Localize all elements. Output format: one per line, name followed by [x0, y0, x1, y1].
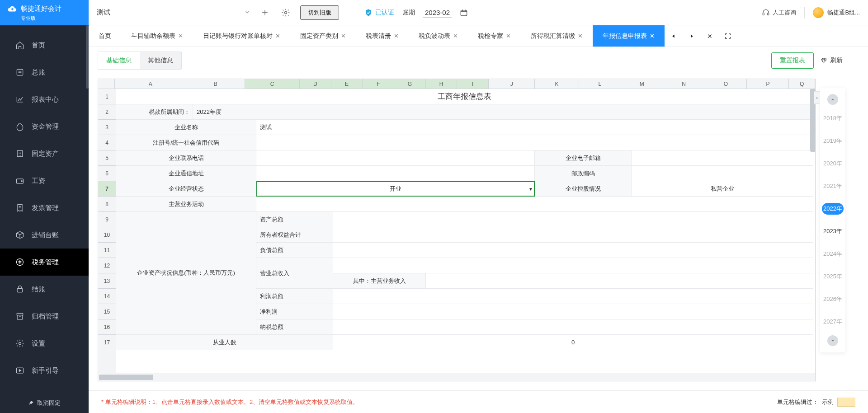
tabs-close-all[interactable]: [701, 33, 719, 39]
user-menu[interactable]: 畅捷通B组...: [813, 7, 860, 18]
cell[interactable]: [426, 273, 813, 289]
row-header[interactable]: 3: [98, 120, 116, 135]
tab-bank-recon[interactable]: 日记账与银行对账单核对✕: [193, 25, 290, 47]
row-header[interactable]: 11: [98, 243, 116, 258]
settings-button[interactable]: [279, 6, 292, 19]
sidebar-item-guide[interactable]: 新手引导: [0, 357, 89, 384]
add-button[interactable]: [259, 6, 271, 19]
col-header[interactable]: F: [363, 79, 394, 89]
col-header[interactable]: M: [621, 79, 663, 89]
row-header[interactable]: 16: [98, 319, 116, 335]
sidebar-item-funds[interactable]: 资金管理: [0, 113, 89, 140]
col-header[interactable]: B: [186, 79, 245, 89]
cell-status-value[interactable]: 开业: [256, 181, 535, 197]
year-rail-collapse[interactable]: ‹‹: [814, 91, 820, 104]
period-value[interactable]: 2023-02: [423, 8, 452, 18]
tab-annual-report[interactable]: 年报信息申报表✕: [593, 25, 665, 47]
col-header[interactable]: I: [457, 79, 489, 89]
year-item[interactable]: 2019年: [820, 130, 845, 152]
row-header[interactable]: 1: [98, 89, 116, 104]
select-all-corner[interactable]: [98, 79, 115, 89]
col-header[interactable]: E: [331, 79, 363, 89]
year-item-active[interactable]: 2022年: [820, 198, 845, 220]
col-header[interactable]: L: [579, 79, 621, 89]
row-header[interactable]: 4: [98, 135, 116, 150]
cell[interactable]: [256, 197, 813, 212]
close-icon[interactable]: ✕: [341, 33, 346, 39]
cell[interactable]: 测试: [256, 120, 813, 135]
cell[interactable]: [333, 289, 813, 304]
cell[interactable]: [632, 166, 813, 181]
cell[interactable]: 0: [333, 335, 813, 350]
col-header[interactable]: Q: [789, 79, 815, 89]
calendar-icon[interactable]: [460, 9, 468, 17]
cell[interactable]: [256, 166, 535, 181]
sidebar-item-fixed-assets[interactable]: 固定资产: [0, 140, 89, 167]
tab-income-tax[interactable]: 所得税汇算清缴✕: [521, 25, 593, 47]
col-header[interactable]: N: [663, 79, 705, 89]
col-header[interactable]: P: [747, 79, 789, 89]
year-item[interactable]: 2026年: [820, 288, 845, 310]
sidebar-item-home[interactable]: 首页: [0, 32, 89, 59]
sidebar-item-reports[interactable]: 报表中心: [0, 86, 89, 113]
row-header[interactable]: 10: [98, 227, 116, 243]
cell[interactable]: [333, 258, 813, 273]
row-header[interactable]: 9: [98, 212, 116, 227]
row-header[interactable]: 5: [98, 150, 116, 166]
subtab-other[interactable]: 其他信息: [140, 52, 181, 69]
year-item[interactable]: 2021年: [820, 175, 845, 197]
col-header[interactable]: K: [535, 79, 579, 89]
year-item[interactable]: 2024年: [820, 243, 845, 265]
row-header[interactable]: 2: [98, 104, 116, 120]
refresh-button[interactable]: 刷新: [820, 56, 843, 65]
close-icon[interactable]: ✕: [178, 33, 183, 39]
col-header[interactable]: H: [426, 79, 458, 89]
year-item[interactable]: 2027年: [820, 311, 845, 333]
fullscreen-button[interactable]: [719, 33, 737, 40]
year-scroll-up[interactable]: [827, 94, 838, 105]
tab-tax-fluctuation[interactable]: 税负波动表✕: [409, 25, 468, 47]
col-header[interactable]: J: [489, 79, 535, 89]
col-header[interactable]: G: [394, 79, 426, 89]
tab-fa-category[interactable]: 固定资产类别✕: [290, 25, 356, 47]
reset-button[interactable]: 重置报表: [771, 52, 814, 69]
close-icon[interactable]: ✕: [650, 33, 655, 39]
cell[interactable]: [333, 212, 813, 227]
sidebar-item-close[interactable]: 结账: [0, 276, 89, 303]
year-item[interactable]: 2025年: [820, 266, 845, 287]
sidebar-item-invoice[interactable]: 发票管理: [0, 194, 89, 221]
row-header[interactable]: 14: [98, 289, 116, 304]
year-item[interactable]: 2023年: [820, 221, 845, 242]
tabs-scroll-right[interactable]: [683, 33, 701, 39]
col-header[interactable]: C: [245, 79, 300, 89]
cell[interactable]: [256, 135, 813, 150]
sidebar-item-tax[interactable]: 税务管理: [0, 249, 89, 276]
close-icon[interactable]: ✕: [578, 33, 583, 39]
company-dropdown[interactable]: 测试: [97, 8, 250, 17]
cell[interactable]: 私营企业: [632, 181, 813, 197]
sidebar-item-ledger[interactable]: 总账: [0, 59, 89, 86]
col-header[interactable]: O: [705, 79, 747, 89]
row-header[interactable]: 8: [98, 197, 116, 212]
close-icon[interactable]: ✕: [506, 33, 511, 39]
cell[interactable]: [333, 227, 813, 243]
sidebar-item-salary[interactable]: 工资: [0, 167, 89, 194]
sheet-hscrollbar[interactable]: [98, 373, 815, 381]
unpin-sidebar[interactable]: 取消固定: [0, 393, 89, 413]
row-header[interactable]: 17: [98, 335, 116, 350]
switch-old-button[interactable]: 切到旧版: [300, 5, 339, 20]
tab-aux-balance[interactable]: 斗目辅助余额表✕: [121, 25, 193, 47]
tabs-scroll-left[interactable]: [665, 33, 683, 39]
cell[interactable]: [256, 150, 535, 166]
cell[interactable]: [333, 319, 813, 335]
tab-home[interactable]: 首页: [89, 25, 121, 47]
close-icon[interactable]: ✕: [275, 33, 280, 39]
sidebar-item-archive[interactable]: 归档管理: [0, 303, 89, 330]
row-header[interactable]: 6: [98, 166, 116, 181]
year-item[interactable]: 2018年: [820, 108, 845, 129]
close-icon[interactable]: ✕: [453, 33, 458, 39]
cell[interactable]: [632, 150, 813, 166]
row-header[interactable]: 12: [98, 258, 116, 273]
support-link[interactable]: 人工咨询: [762, 9, 796, 17]
sidebar-item-settings[interactable]: 设置: [0, 330, 89, 357]
